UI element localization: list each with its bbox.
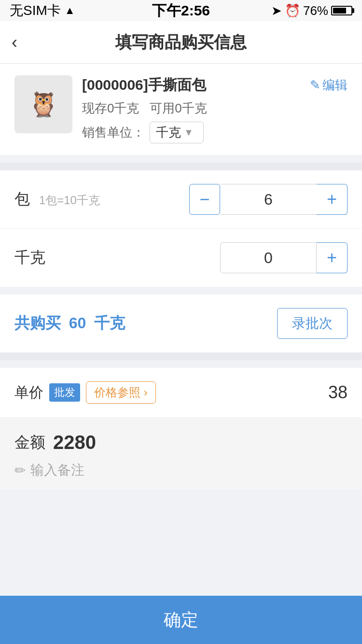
amount-section: 金额 2280 ✏ 输入备注 — [0, 417, 362, 489]
battery-percent: 76% — [303, 3, 328, 18]
product-logo-icon: 🦉 — [28, 90, 58, 118]
increment-bag-button[interactable]: + — [317, 184, 348, 215]
nav-bar: ‹ 填写商品购买信息 — [0, 21, 362, 64]
price-tag: 批发 — [49, 383, 80, 402]
decrement-bag-button[interactable]: − — [189, 184, 220, 215]
chevron-down-icon: ▼ — [184, 127, 194, 138]
wifi-icon: ▲ — [65, 4, 75, 17]
divider-1 — [0, 163, 362, 170]
location-icon: ➤ — [271, 3, 282, 18]
qty-row-bag: 包 1包=10千克 − + — [0, 170, 362, 229]
battery-fill — [333, 8, 346, 14]
status-bar: 无SIM卡 ▲ 下午2:56 ➤ ⏰ 76% — [0, 0, 362, 21]
price-value: 38 — [328, 382, 348, 403]
product-image: 🦉 — [14, 75, 72, 133]
product-info: [0000006]手撕面包 ✎ 编辑 现存0千克 可用0千克 销售单位： 千克 … — [82, 75, 348, 143]
qty-controls-kg: + — [220, 242, 348, 273]
unit-select[interactable]: 千克 ▼ — [150, 122, 204, 143]
product-name-row: [0000006]手撕面包 ✎ 编辑 — [82, 75, 348, 95]
note-placeholder: 输入备注 — [30, 461, 84, 479]
status-time: 下午2:56 — [152, 1, 210, 21]
batch-button[interactable]: 录批次 — [277, 308, 348, 339]
product-section: 🦉 [0000006]手撕面包 ✎ 编辑 现存0千克 可用0千克 销售单位： 千… — [0, 64, 362, 155]
edit-icon: ✎ — [310, 78, 320, 93]
confirm-button[interactable]: 确定 — [0, 596, 362, 644]
price-label: 单价 — [14, 383, 43, 403]
carrier-text: 无SIM卡 — [10, 1, 61, 20]
amount-value: 2280 — [53, 432, 96, 453]
increment-kg-button[interactable]: + — [317, 242, 348, 273]
divider-2 — [0, 352, 362, 360]
total-quantity: 60 — [69, 314, 86, 332]
total-section: 共购买 60 千克 录批次 — [0, 294, 362, 352]
battery-bar — [331, 6, 352, 15]
price-section: 单价 批发 价格参照 › 38 — [0, 368, 362, 417]
qty-label-kg: 千克 — [14, 247, 220, 268]
product-name: [0000006]手撕面包 — [82, 75, 206, 95]
product-unit-row: 销售单位： 千克 ▼ — [82, 122, 348, 143]
qty-controls-bag: − + — [189, 184, 348, 215]
price-ref-button[interactable]: 价格参照 › — [86, 381, 156, 404]
qty-hint: 1包=10千克 — [39, 194, 100, 207]
qty-section: 包 1包=10千克 − + 千克 + — [0, 170, 362, 287]
total-text: 共购买 60 千克 — [14, 313, 125, 334]
unit-label: 销售单位： — [82, 124, 145, 141]
amount-row: 金额 2280 — [14, 432, 348, 453]
qty-row-kg: 千克 + — [0, 229, 362, 287]
status-right: ➤ ⏰ 76% — [271, 3, 352, 18]
price-left: 单价 批发 价格参照 › — [14, 381, 156, 404]
alarm-icon: ⏰ — [285, 3, 300, 18]
back-button[interactable]: ‹ — [12, 32, 17, 53]
status-left: 无SIM卡 ▲ — [10, 1, 75, 20]
qty-label-bag: 包 1包=10千克 — [14, 189, 189, 210]
note-row[interactable]: ✏ 输入备注 — [14, 461, 348, 479]
amount-label: 金额 — [14, 432, 45, 453]
qty-input-kg[interactable] — [220, 242, 317, 273]
qty-input-bag[interactable] — [220, 184, 317, 215]
pencil-icon: ✏ — [14, 462, 26, 478]
edit-button[interactable]: ✎ 编辑 — [310, 77, 348, 94]
page-title: 填写商品购买信息 — [115, 31, 247, 54]
product-stock: 现存0千克 可用0千克 — [82, 100, 348, 117]
